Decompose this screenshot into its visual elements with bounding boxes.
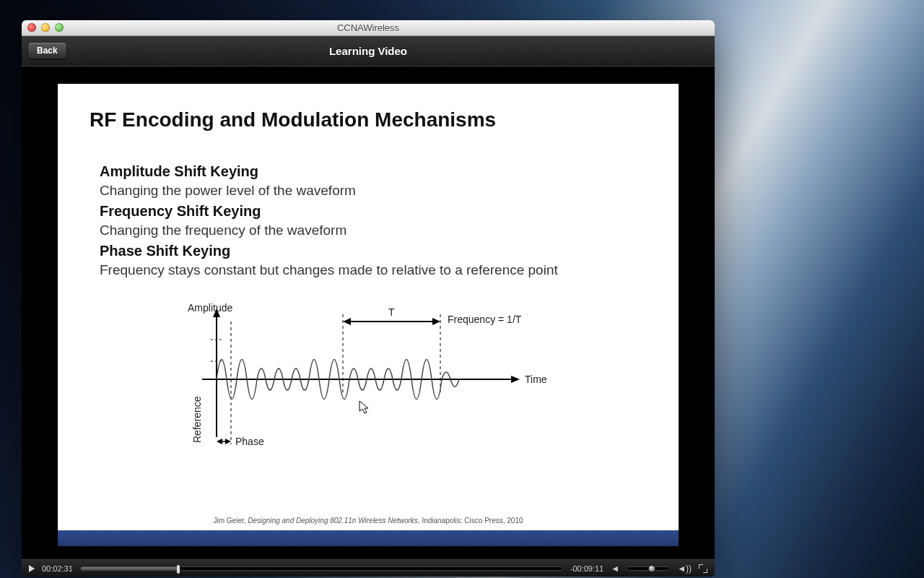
back-button-label: Back	[37, 46, 58, 56]
video-controls: 00:02:31 -00:09:11 ◄ ◄))	[22, 559, 715, 577]
axis-label-y: Amplitude	[188, 302, 232, 314]
back-button[interactable]: Back	[27, 42, 67, 59]
time-elapsed: 00:02:31	[42, 564, 73, 573]
slide-footer-bar	[58, 530, 679, 546]
volume-slider[interactable]	[627, 566, 670, 571]
phase-label: Phase	[235, 436, 264, 447]
slide-title: RF Encoding and Modulation Mechanisms	[90, 108, 647, 131]
traffic-lights	[27, 23, 64, 32]
period-label: T	[388, 306, 395, 318]
freq-label: Frequency = 1/T	[448, 314, 522, 325]
item-heading: Frequency Shift Keying	[100, 203, 647, 220]
waveform-diagram: Amplitude Time T Frequency = 1/T Referen…	[90, 300, 647, 466]
item-heading: Amplitude Shift Keying	[100, 163, 647, 180]
svg-marker-8	[343, 318, 351, 325]
svg-marker-14	[225, 439, 231, 444]
scrubber[interactable]	[80, 566, 563, 571]
reference-label: Reference	[191, 396, 203, 443]
minimize-icon[interactable]	[41, 23, 50, 32]
close-icon[interactable]	[27, 23, 36, 32]
svg-marker-13	[217, 439, 222, 444]
volume-low-icon[interactable]: ◄	[611, 564, 619, 574]
item-heading: Phase Shift Keying	[100, 243, 647, 259]
page-title: Learning Video	[329, 45, 407, 57]
scrubber-knob-icon[interactable]	[177, 565, 180, 574]
volume-high-icon[interactable]: ◄))	[677, 564, 692, 574]
window-title: CCNAWireless	[337, 22, 399, 33]
item-desc: Changing the frequency of the waveform	[100, 223, 647, 238]
play-icon[interactable]	[29, 565, 35, 572]
time-remaining: -00:09:11	[570, 564, 603, 573]
item-desc: Frequency stays constant but changes mad…	[100, 262, 647, 278]
window-titlebar[interactable]: CCNAWireless	[22, 20, 715, 36]
svg-marker-3	[511, 376, 520, 383]
svg-marker-9	[432, 318, 440, 325]
slide-frame: RF Encoding and Modulation Mechanisms Am…	[58, 84, 679, 546]
citation: Jim Geier, Designing and Deploying 802.1…	[58, 517, 679, 525]
axis-label-x: Time	[525, 374, 547, 385]
scrubber-progress	[81, 567, 177, 570]
item-desc: Changing the power level of the waveform	[100, 183, 647, 199]
slide-body: Amplitude Shift Keying Changing the powe…	[100, 163, 647, 278]
desktop-wallpaper: CCNAWireless Back Learning Video RF Enco…	[0, 0, 924, 578]
app-header: Back Learning Video	[22, 36, 715, 66]
app-window: CCNAWireless Back Learning Video RF Enco…	[22, 20, 715, 577]
volume-knob-icon[interactable]	[648, 565, 655, 572]
video-area: RF Encoding and Modulation Mechanisms Am…	[22, 66, 715, 559]
zoom-icon[interactable]	[55, 23, 64, 32]
fullscreen-icon[interactable]	[699, 564, 707, 573]
